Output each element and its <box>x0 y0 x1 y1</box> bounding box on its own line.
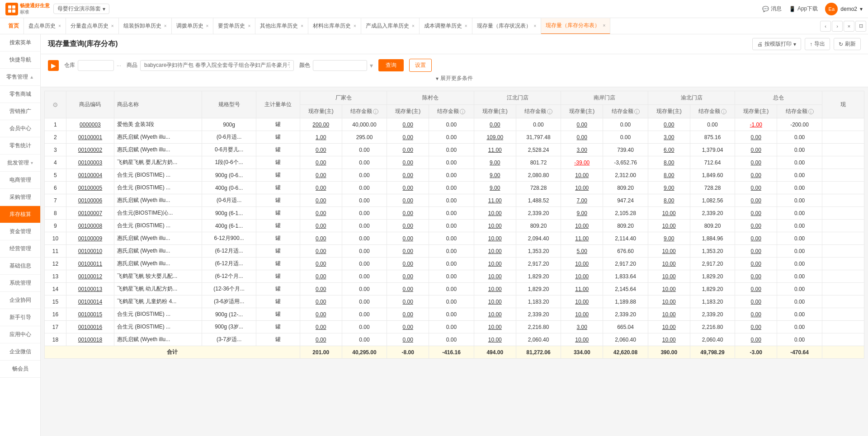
app-download-button[interactable]: 📱 App下载 <box>789 5 818 13</box>
setting-button[interactable]: 设置 <box>409 59 432 72</box>
stock-link[interactable]: 0.00 <box>751 299 761 305</box>
stock-link[interactable]: 0.00 <box>577 122 587 128</box>
sidebar-item-shortcut[interactable]: 快捷导航 <box>0 52 40 69</box>
stock-link[interactable]: 0.00 <box>751 185 761 191</box>
stock-link[interactable]: 10.00 <box>575 273 589 280</box>
sidebar-item-member[interactable]: 会员中心 <box>0 120 40 137</box>
tab-transfer[interactable]: 调拨单历史 × <box>172 18 214 34</box>
stock-link[interactable]: 0.00 <box>316 235 326 242</box>
tab-cost-adjust[interactable]: 成本调整单历史 × <box>420 18 472 34</box>
close-icon[interactable]: × <box>465 23 467 28</box>
export-button[interactable]: ↑ 导出 <box>805 38 830 50</box>
stock-link[interactable]: 0.00 <box>751 159 761 166</box>
message-button[interactable]: 💬 消息 <box>762 5 782 13</box>
stock-link[interactable]: 0.00 <box>751 235 761 242</box>
stock-link[interactable]: 10.00 <box>575 311 589 318</box>
stock-link[interactable]: 0.00 <box>403 122 413 128</box>
stock-link[interactable]: 0.00 <box>664 122 674 128</box>
stock-link[interactable]: 8.00 <box>664 197 674 204</box>
sidebar-item-guide[interactable]: 新手引导 <box>0 309 40 326</box>
sidebar-item-enterprise-wechat[interactable]: 企业微信 <box>0 343 40 361</box>
stock-link[interactable]: 9.00 <box>577 210 587 216</box>
print-button[interactable]: 🖨 按模版打印 ▾ <box>752 38 801 50</box>
stock-link[interactable]: 200.00 <box>312 122 329 128</box>
stock-link[interactable]: -39.00 <box>574 159 590 166</box>
sidebar-item-search[interactable]: 搜索英单 <box>0 34 40 52</box>
stock-link[interactable]: 10.00 <box>488 248 502 254</box>
code-link[interactable]: 00100014 <box>78 299 102 305</box>
stock-link[interactable]: 0.00 <box>403 134 413 141</box>
stock-link[interactable]: 3.00 <box>577 324 587 330</box>
tab-close-button[interactable]: × <box>844 21 854 32</box>
stock-link[interactable]: 0.00 <box>403 248 413 254</box>
tab-stock-distribution[interactable]: 现存量（库存分布表） × <box>541 18 610 34</box>
close-icon[interactable]: × <box>301 23 303 28</box>
code-link[interactable]: 00100007 <box>78 210 102 216</box>
stock-link[interactable]: 0.00 <box>316 223 326 229</box>
stock-link[interactable]: 9.00 <box>490 185 500 191</box>
code-link[interactable]: 00100008 <box>78 223 102 229</box>
tab-stock-single[interactable]: 盘点单历史 × <box>24 18 66 34</box>
stock-link[interactable]: 10.00 <box>488 324 502 330</box>
info-icon[interactable]: i <box>721 109 726 114</box>
stock-link[interactable]: 0.00 <box>403 286 413 292</box>
tab-other-out[interactable]: 其他出库单历史 × <box>255 18 308 34</box>
info-icon[interactable]: i <box>373 109 378 114</box>
code-link[interactable]: 00100006 <box>78 197 102 204</box>
stock-link[interactable]: 0.00 <box>316 197 326 204</box>
stock-link[interactable]: 0.00 <box>751 324 761 330</box>
stock-link[interactable]: 10.00 <box>662 261 676 267</box>
warehouse-dots[interactable]: ··· <box>117 62 121 69</box>
stock-link[interactable]: 10.00 <box>662 248 676 254</box>
sidebar-item-ecommerce[interactable]: 电商管理 <box>0 172 40 189</box>
stock-link[interactable]: 0.00 <box>751 172 761 178</box>
close-icon[interactable]: × <box>164 23 167 28</box>
stock-link[interactable]: 7.00 <box>577 197 587 204</box>
stock-link[interactable]: 0.00 <box>316 248 326 254</box>
color-input[interactable] <box>313 60 367 71</box>
stock-link[interactable]: 0.00 <box>403 223 413 229</box>
code-link[interactable]: 00100018 <box>78 337 102 343</box>
info-icon[interactable]: i <box>460 109 465 114</box>
stock-link[interactable]: -1.00 <box>750 122 762 128</box>
stock-link[interactable]: 0.00 <box>316 337 326 343</box>
tab-material-out[interactable]: 材料出库单历史 × <box>308 18 361 34</box>
close-icon[interactable]: × <box>111 23 114 28</box>
close-icon[interactable]: × <box>206 23 209 28</box>
goods-input[interactable] <box>140 60 294 71</box>
stock-link[interactable]: 0.00 <box>751 337 761 343</box>
stock-link[interactable]: 9.00 <box>664 235 674 242</box>
sidebar-item-purchase[interactable]: 采购管理 <box>0 189 40 206</box>
sidebar-item-member-club[interactable]: 畅会员 <box>0 361 40 378</box>
close-icon[interactable]: × <box>603 23 605 28</box>
sidebar-item-app-center[interactable]: 应用中心 <box>0 326 40 343</box>
tab-expand-button[interactable]: ⊡ <box>855 21 866 32</box>
sidebar-item-basic[interactable]: 基础信息 <box>0 258 40 275</box>
stock-link[interactable]: 0.00 <box>403 197 413 204</box>
stock-link[interactable]: 0.00 <box>577 134 587 141</box>
stock-link[interactable]: 10.00 <box>488 311 502 318</box>
sidebar-item-system[interactable]: 系统管理 <box>0 275 40 292</box>
stock-link[interactable]: 0.00 <box>316 159 326 166</box>
sidebar-item-inventory[interactable]: 库存核算 <box>0 206 40 223</box>
tab-product-in[interactable]: 产成品入库单历史 × <box>361 18 420 34</box>
stock-link[interactable]: 0.00 <box>751 286 761 292</box>
stock-link[interactable]: 11.00 <box>488 197 502 204</box>
stock-link[interactable]: 3.00 <box>577 147 587 153</box>
stock-link[interactable]: 0.00 <box>403 147 413 153</box>
stock-link[interactable]: 0.00 <box>403 185 413 191</box>
stock-link[interactable]: 0.00 <box>316 324 326 330</box>
stock-link[interactable]: 8.00 <box>664 172 674 178</box>
stock-link[interactable]: 6.00 <box>664 147 674 153</box>
tab-stock-point[interactable]: 分量盘点单历史 × <box>66 18 119 34</box>
filter-expand-button[interactable]: ▶ <box>48 60 59 71</box>
sidebar-item-operation[interactable]: 经营管理 <box>0 240 40 258</box>
code-link[interactable]: 00100016 <box>78 324 102 330</box>
stock-link[interactable]: 10.00 <box>575 299 589 305</box>
stock-link[interactable]: 10.00 <box>662 311 676 318</box>
stock-link[interactable]: 0.00 <box>490 122 500 128</box>
stock-link[interactable]: 0.00 <box>316 210 326 216</box>
code-link[interactable]: 00100010 <box>78 248 102 254</box>
code-link[interactable]: 00100009 <box>78 235 102 242</box>
stock-link[interactable]: 10.00 <box>488 337 502 343</box>
